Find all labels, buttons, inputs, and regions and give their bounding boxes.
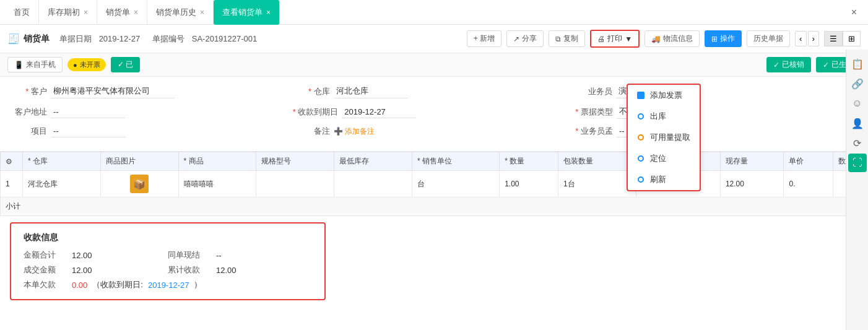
doc-date-value: 2019-12-27 — [99, 34, 141, 43]
address-field: 客户地址 -- — [10, 106, 293, 118]
table-action-bar: 📱 来自手机 ● 未开票 ✓ 已 ✓ 已核销 ✓ 已生效 — [0, 53, 868, 77]
doc-title: 🧾 销货单 — [7, 33, 50, 45]
grid-view-button[interactable]: ⊞ — [843, 31, 861, 46]
doc-icon: 🧾 — [7, 33, 20, 45]
sidebar-icon-expand[interactable]: ⛶ — [848, 154, 867, 172]
project-value[interactable]: -- — [51, 125, 125, 137]
sidebar-icon-4[interactable]: 👤 — [848, 114, 867, 132]
operations-dropdown: 添加发票 出库 可用量提取 定位 刷新 — [627, 84, 701, 191]
form-row-2: 客户地址 -- 收款到期日 2019-12-27 票据类型 不开票 — [10, 105, 858, 119]
total-row: 金额合计 12.00 — [24, 250, 168, 261]
due-date-field: 收款到期日 2019-12-27 — [293, 106, 576, 118]
payment-box: 收款信息 金额合计 12.00 同单现结 -- 成交金额 12.00 累计收款 … — [10, 222, 326, 300]
refresh-icon — [636, 175, 645, 184]
project-field: 项目 -- — [10, 125, 293, 137]
add-note-button[interactable]: ➕ 添加备注 — [334, 126, 375, 137]
address-value[interactable]: -- — [51, 106, 125, 118]
customer-field: 客户 柳州粤港平安气体有限公司 — [10, 84, 293, 98]
operations-button[interactable]: ⊞ 操作 — [705, 30, 742, 47]
check-icon: ✓ — [773, 61, 779, 69]
already-cancelled-button[interactable]: ✓ 已核销 — [766, 57, 811, 72]
total-label: 金额合计 — [24, 250, 67, 261]
available-qty-item[interactable]: 可用量提取 — [628, 127, 700, 148]
sidebar-icon-5[interactable]: ⟳ — [848, 134, 867, 152]
doc-date-label: 单据日期 2019-12-27 — [59, 33, 140, 45]
row-spec — [256, 171, 334, 198]
tab-sales-order[interactable]: 销货单 × — [97, 0, 147, 25]
print-button[interactable]: 🖨 打印 ▼ — [590, 30, 640, 48]
row-warehouse: 河北仓库 — [23, 171, 101, 198]
staff2-label: 业务员孟 — [575, 126, 613, 137]
settle-row: 同单现结 -- — [168, 250, 312, 261]
col-min-stock: 最低库存 — [334, 152, 412, 171]
address-label: 客户地址 — [10, 106, 47, 118]
close-history-tab[interactable]: × — [200, 8, 204, 17]
deal-label: 成交金额 — [24, 264, 67, 276]
next-button[interactable]: › — [808, 31, 819, 46]
warehouse-value[interactable]: 河北仓库 — [334, 84, 408, 98]
cumulative-row: 累计收款 12.00 — [168, 264, 312, 276]
prev-button[interactable]: ‹ — [795, 31, 806, 46]
settle-value: -- — [216, 251, 222, 260]
confirm-button[interactable]: ✓ 已 — [111, 57, 140, 72]
close-view-sales-tab[interactable]: × — [266, 8, 271, 17]
payment-title: 收款信息 — [24, 232, 312, 243]
from-phone-button[interactable]: 📱 来自手机 — [7, 57, 63, 72]
staff-field: 业务员 演示账号 — [575, 84, 858, 98]
warehouse-label: 仓库 — [293, 86, 330, 97]
staff-label: 业务员 — [575, 86, 612, 97]
outbound-item[interactable]: 出库 — [628, 106, 700, 127]
col-unit: * 销售单位 — [412, 152, 499, 171]
col-settings: ⚙ — [1, 152, 23, 171]
window-close-button[interactable]: × — [845, 7, 863, 18]
row-index: 1 — [1, 171, 23, 198]
tab-home[interactable]: 首页 — [5, 0, 39, 25]
outbound-icon — [636, 112, 645, 121]
project-label: 项目 — [10, 126, 47, 137]
form-area: 客户 柳州粤港平安气体有限公司 仓库 河北仓库 业务员 演示账号 客户地址 --… — [0, 77, 868, 152]
customer-value[interactable]: 柳州粤港平安气体有限公司 — [51, 84, 175, 98]
col-product-img: 商品图片 — [100, 152, 178, 171]
row-product-img: 📦 — [100, 171, 178, 198]
table-header-row: ⚙ * 仓库 商品图片 * 商品 规格型号 最低库存 * 销售单位 * 数量 包… — [1, 152, 868, 171]
row-qty: 1.00 — [500, 171, 558, 198]
col-price: 单价 — [784, 152, 833, 171]
doc-number-label: 单据编号 SA-20191227-001 — [152, 33, 257, 45]
new-button[interactable]: + 新增 — [467, 30, 501, 47]
list-view-button[interactable]: ☰ — [824, 31, 843, 46]
due-date-value[interactable]: 2019-12-27 — [342, 106, 416, 118]
refresh-item[interactable]: 刷新 — [628, 169, 700, 190]
ticket-type-field: 票据类型 不开票 — [575, 105, 858, 119]
row-unit: 台 — [412, 171, 499, 198]
share-button[interactable]: ↗ 分享 — [506, 30, 544, 47]
close-inventory-tab[interactable]: × — [84, 8, 88, 17]
tab-sales-history[interactable]: 销货单历史 × — [147, 0, 214, 25]
add-invoice-item[interactable]: 添加发票 — [628, 85, 700, 106]
copy-button[interactable]: ⧉ 复制 — [549, 30, 585, 47]
tab-view-sales[interactable]: 查看销货单 × — [214, 0, 280, 25]
toolbar: + 新增 ↗ 分享 ⧉ 复制 🖨 打印 ▼ 🚚 物流信息 ⊞ 操作 — [467, 30, 861, 48]
row-pkg-qty: 1台 — [558, 171, 636, 198]
due-date-label: 收款到期日 — [293, 106, 339, 118]
close-sales-tab[interactable]: × — [134, 8, 138, 17]
ticket-icon: ● — [73, 61, 77, 69]
sidebar-icon-1[interactable]: 📋 — [848, 54, 867, 73]
payment-grid: 金额合计 12.00 同单现结 -- 成交金额 12.00 累计收款 12.00… — [24, 250, 312, 290]
locate-icon — [636, 154, 645, 163]
col-pkg-qty: 包装数量 — [558, 152, 636, 171]
deal-row: 成交金额 12.00 — [24, 264, 168, 276]
not-opened-button[interactable]: ● 未开票 — [67, 58, 106, 71]
tab-inventory-init[interactable]: 库存期初 × — [39, 0, 97, 25]
logistics-button[interactable]: 🚚 物流信息 — [644, 30, 700, 47]
cumulative-label: 累计收款 — [168, 264, 211, 276]
row-current-stock: 12.00 — [720, 171, 784, 198]
data-table: ⚙ * 仓库 商品图片 * 商品 规格型号 最低库存 * 销售单位 * 数量 包… — [0, 152, 868, 216]
view-toggle: ☰ ⊞ — [824, 31, 861, 46]
sidebar-icon-3[interactable]: ☺ — [848, 94, 867, 113]
grid-icon: ⊞ — [711, 35, 718, 43]
locate-item[interactable]: 定位 — [628, 148, 700, 169]
invoice-icon — [636, 91, 645, 100]
history-button[interactable]: 历史单据 — [747, 30, 790, 47]
doc-header: 🧾 销货单 单据日期 2019-12-27 单据编号 SA-20191227-0… — [0, 25, 868, 53]
sidebar-icon-2[interactable]: 🔗 — [848, 74, 867, 93]
